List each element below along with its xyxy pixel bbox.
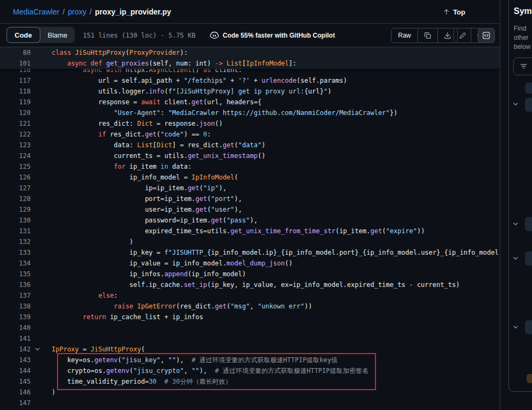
symbols-panel-description-line: Find [514, 25, 526, 32]
line-number[interactable]: 129 [0, 204, 31, 215]
line-number[interactable]: 146 [0, 387, 31, 398]
code-line-136: 136 self.ip_cache.set_ip(ip_key, ip_valu… [0, 279, 500, 290]
code-text: password=ip_item.get("pass"), [52, 215, 258, 226]
line-number[interactable]: 142 [0, 344, 31, 355]
symbol-item[interactable] [527, 374, 532, 383]
symbol-item[interactable] [525, 83, 532, 93]
file-toolbar: Code Blame 151 lines (130 loc) · 5.75 KB… [0, 24, 500, 47]
symbols-panel-description-line: other [514, 34, 528, 41]
code-text: response = await client.get(url, headers… [52, 97, 261, 107]
code-line-141: 141 [0, 333, 500, 344]
line-number[interactable]: 137 [0, 290, 31, 301]
line-number[interactable]: 143 [0, 355, 31, 365]
line-number[interactable]: 118 [0, 86, 31, 97]
code-blame-switcher: Code Blame [6, 27, 75, 43]
symbol-item[interactable] [525, 320, 532, 334]
line-number[interactable]: 101 [0, 58, 31, 69]
pencil-icon [458, 32, 466, 40]
tab-code[interactable]: Code [6, 27, 40, 43]
line-number[interactable]: 147 [0, 398, 31, 408]
tab-blame[interactable]: Blame [40, 27, 75, 43]
code-line-123: 123 data: List[Dict] = res_dict.get("dat… [0, 140, 500, 150]
code-text: res_dict: Dict = response.json() [52, 118, 223, 129]
filter-symbols-button[interactable] [513, 57, 532, 75]
symbol-item[interactable] [525, 217, 532, 231]
chevron-down-icon[interactable] [512, 255, 520, 262]
back-to-top-button[interactable]: Top [443, 0, 465, 24]
line-number[interactable]: 139 [0, 312, 31, 322]
code-view: 116 async with httpx.AsyncClient() as cl… [0, 47, 500, 410]
file-metadata: 151 lines (130 loc) · 5.75 KB [83, 24, 196, 47]
line-number[interactable]: 125 [0, 161, 31, 172]
line-number[interactable]: 124 [0, 150, 31, 161]
code-line-145: 145 time_validity_period=30 # 30分钟（最长时效） [0, 376, 500, 387]
line-number[interactable]: 120 [0, 107, 31, 118]
code-text: ip_info_model = IpInfoModel( [52, 172, 238, 183]
code-text: key=os.getenv("jisu_key", ""), # 通过环境变量的… [52, 355, 338, 365]
breadcrumb-folder-link[interactable]: proxy [68, 8, 86, 16]
chevron-down-icon[interactable] [512, 323, 520, 331]
line-number[interactable]: 134 [0, 258, 31, 269]
code-text: time_validity_period=30 # 30分钟（最长时效） [52, 376, 231, 387]
line-number[interactable]: 127 [0, 183, 31, 193]
code-line-121: 121 res_dict: Dict = response.json() [0, 118, 500, 129]
line-number[interactable]: 133 [0, 247, 31, 258]
raw-button[interactable]: Raw [392, 28, 417, 42]
symbol-item[interactable] [525, 98, 532, 112]
line-number[interactable]: 145 [0, 376, 31, 387]
code-text: ip_infos.append(ip_info_model) [52, 269, 246, 279]
code-line-142: 142IpProxy = JiSuHttpProxy( [0, 344, 500, 355]
arrow-up-icon [443, 8, 450, 16]
line-number[interactable]: 122 [0, 129, 31, 140]
chevron-down-icon[interactable] [512, 100, 520, 108]
line-number[interactable]: 141 [0, 333, 31, 344]
code-text: async def get_proxies(self, num: int) ->… [52, 58, 296, 69]
line-number[interactable]: 131 [0, 226, 31, 236]
line-number[interactable]: 123 [0, 140, 31, 150]
code-text: utils.logger.info(f"[JiSuHttpProxy] get … [52, 86, 331, 97]
code-line-130: 130 password=ip_item.get("pass"), [0, 215, 500, 226]
line-number[interactable]: 136 [0, 279, 31, 290]
code-text: ) [52, 236, 133, 247]
line-number[interactable]: 80 [0, 47, 31, 58]
breadcrumb-separator: / [89, 8, 91, 16]
code-line-143: 143 key=os.getenv("jisu_key", ""), # 通过环… [0, 355, 500, 365]
copilot-banner[interactable]: Code 55% faster with GitHub Copilot [210, 24, 335, 47]
line-number[interactable]: 121 [0, 118, 31, 129]
edit-file-button[interactable] [454, 28, 471, 42]
code-line-128: 128 port=ip_item.get("port"), [0, 193, 500, 204]
symbol-item[interactable] [525, 251, 532, 265]
code-text: crypto=os.getenv("jisu_crypto", ""), # 通… [52, 365, 368, 376]
filter-icon [520, 62, 528, 70]
line-number[interactable]: 117 [0, 75, 31, 86]
breadcrumb-repo-link[interactable]: MediaCrawler [13, 8, 59, 16]
copilot-banner-text: Code 55% faster with GitHub Copilot [223, 32, 335, 39]
line-number[interactable]: 135 [0, 269, 31, 279]
chevron-down-icon[interactable] [512, 220, 520, 228]
line-number[interactable]: 132 [0, 236, 31, 247]
line-number[interactable]: 130 [0, 215, 31, 226]
breadcrumb-filename: proxy_ip_provider.py [95, 8, 171, 16]
code-text: ip=ip_item.get("ip"), [52, 183, 226, 193]
symbols-panel-toggle[interactable] [478, 28, 495, 43]
line-number[interactable]: 144 [0, 365, 31, 376]
code-text: expired_time_ts=utils.get_unix_time_from… [52, 226, 425, 236]
line-number[interactable]: 119 [0, 97, 31, 107]
download-icon [443, 31, 452, 40]
code-text: ) [52, 387, 55, 398]
fold-toggle-icon[interactable] [34, 346, 41, 353]
code-text: raise IpGetError(res_dict.get("msg", "un… [52, 301, 312, 312]
code-line-118: 118 utils.logger.info(f"[JiSuHttpProxy] … [0, 86, 500, 97]
code-text: self.ip_cache.set_ip(ip_key, ip_value, e… [52, 279, 460, 290]
line-number[interactable]: 126 [0, 172, 31, 183]
code-text: else: [52, 290, 118, 301]
line-number[interactable]: 128 [0, 193, 31, 204]
code-text: data: List[Dict] = res_dict.get("data") [52, 140, 265, 150]
breadcrumb: MediaCrawler / proxy / proxy_ip_provider… [13, 0, 171, 24]
copy-raw-button[interactable] [417, 28, 437, 42]
line-number[interactable]: 138 [0, 301, 31, 312]
code-text: ip_value = ip_info_model.model_dump_json… [52, 258, 293, 269]
line-number[interactable]: 140 [0, 322, 31, 333]
breadcrumb-bar: MediaCrawler / proxy / proxy_ip_provider… [0, 0, 500, 24]
code-text: ip_key = f"JISUHTTP_{ip_info_model.ip}_{… [52, 247, 500, 258]
